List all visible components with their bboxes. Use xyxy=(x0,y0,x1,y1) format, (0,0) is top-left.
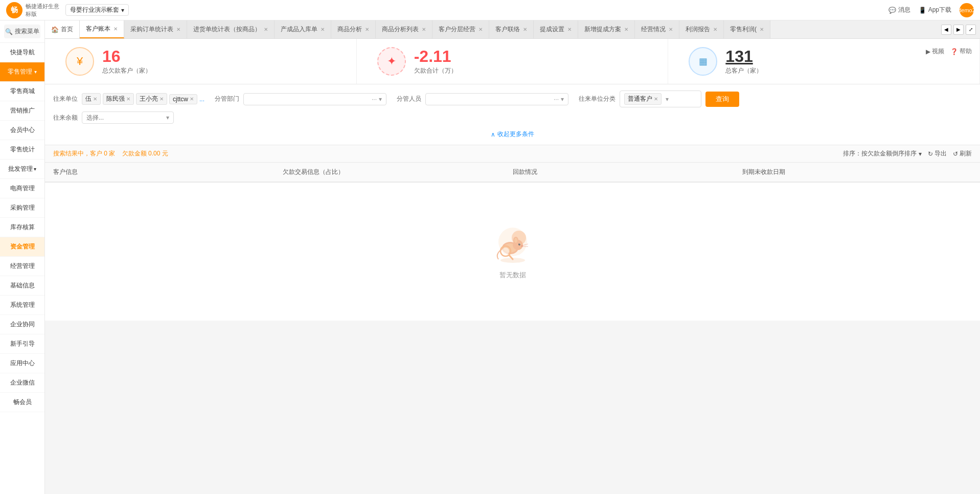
logo-area: 畅 畅捷通好生意 标版 xyxy=(6,2,59,18)
filter-area: 往来单位 伍 ✕ 陈民强 ✕ 王小亮 ✕ xyxy=(45,84,980,145)
tab-product-inbound[interactable]: 产成品入库单 ✕ xyxy=(275,20,331,38)
tag-chen-close[interactable]: ✕ xyxy=(126,96,130,102)
stat-label-customers: 总欠款客户（家） xyxy=(102,66,151,75)
tab-close-product-analysis[interactable]: ✕ xyxy=(365,27,369,32)
tab-close-product-analysis-list[interactable]: ✕ xyxy=(422,27,426,32)
tab-expand-button[interactable]: ⤢ xyxy=(966,25,976,35)
tab-next-button[interactable]: ▶ xyxy=(953,25,964,35)
svg-point-14 xyxy=(502,248,509,255)
company-type-label: 往来单位分类 xyxy=(579,95,616,103)
sidebar-item-finance[interactable]: 资金管理 xyxy=(0,237,44,257)
export-button[interactable]: ↻ 导出 xyxy=(928,149,947,158)
tab-close-inbound-stats[interactable]: ✕ xyxy=(264,27,268,32)
tab-new-promotion[interactable]: 新增提成方案 ✕ xyxy=(578,20,635,38)
dept-filter-label: 分管部门 xyxy=(215,95,239,103)
tab-purchase-stats[interactable]: 采购订单统计表 ✕ xyxy=(124,20,187,38)
tab-close-new-promotion[interactable]: ✕ xyxy=(624,27,628,32)
stat-number-debt: -2.11 xyxy=(414,48,457,64)
company-type-select[interactable]: 普通客户 ✕ ▾ xyxy=(620,91,701,107)
collapse-area: ∧ 收起更多条件 xyxy=(53,128,972,139)
tab-prev-button[interactable]: ◀ xyxy=(941,25,951,35)
tag-normal-customer-close[interactable]: ✕ xyxy=(654,96,658,102)
tab-customer-tier[interactable]: 客户分层经营 ✕ xyxy=(432,20,489,38)
tab-close-purchase-stats[interactable]: ✕ xyxy=(176,27,180,32)
search-menu-button[interactable]: 🔍 搜索菜单 xyxy=(4,25,40,38)
sidebar-item-vip[interactable]: 畅会员 xyxy=(0,393,44,412)
results-info: 搜索结果中，客户 0 家 欠款金额 0.00 元 xyxy=(53,149,168,158)
sidebar-item-quick-nav[interactable]: 快捷导航 xyxy=(0,43,44,62)
video-button[interactable]: ▶ 视频 xyxy=(926,47,944,56)
tab-close-customer-tier[interactable]: ✕ xyxy=(478,27,483,32)
sidebar-search-area: 🔍 搜索菜单 xyxy=(0,20,44,43)
tag-wu[interactable]: 伍 ✕ xyxy=(82,93,101,105)
tab-profit-report[interactable]: 利润报告 ✕ xyxy=(679,20,724,38)
tag-wu-close[interactable]: ✕ xyxy=(93,96,97,102)
avatar[interactable]: demo2 xyxy=(960,3,974,17)
tag-wang[interactable]: 王小亮 ✕ xyxy=(136,93,167,105)
tab-close-customer-book[interactable]: ✕ xyxy=(113,26,118,32)
help-button[interactable]: ❓ 帮助 xyxy=(950,47,972,56)
customer-count: 0 xyxy=(104,150,107,157)
collapse-button[interactable]: ∧ 收起更多条件 xyxy=(491,130,534,139)
sidebar-item-retail-store[interactable]: 零售商城 xyxy=(0,82,44,101)
dept-input[interactable] xyxy=(248,96,370,103)
chevron-up-icon: ∧ xyxy=(491,131,495,138)
svg-point-7 xyxy=(514,238,517,243)
col-payment: 回款情况 xyxy=(513,168,742,176)
message-button[interactable]: 💬 消息 xyxy=(888,6,910,14)
table-header: 客户信息 欠款交易信息（占比） 回款情况 到期未收款日期 xyxy=(45,163,980,183)
person-select[interactable]: ··· ▾ xyxy=(425,93,568,105)
sort-select[interactable]: 排序：按欠款金额倒序排序 ▾ xyxy=(843,149,922,158)
sidebar-item-guide[interactable]: 新手引导 xyxy=(0,334,44,354)
sidebar-item-basic-info[interactable]: 基础信息 xyxy=(0,276,44,296)
tag-cjttcw-close[interactable]: ✕ xyxy=(190,96,194,102)
sidebar-item-retail-stats[interactable]: 零售统计 xyxy=(0,140,44,160)
tag-chen[interactable]: 陈民强 ✕ xyxy=(103,93,134,105)
sidebar-item-ecommerce[interactable]: 电商管理 xyxy=(0,179,44,198)
tab-promotion-settings[interactable]: 提成设置 ✕ xyxy=(534,20,578,38)
sidebar-item-inventory[interactable]: 库存核算 xyxy=(0,218,44,237)
tab-customer-book[interactable]: 客户账本 ✕ xyxy=(80,20,124,38)
tab-customer-contact[interactable]: 客户联络 ✕ xyxy=(489,20,534,38)
more-tags-button[interactable]: ... xyxy=(199,96,204,103)
app-download-button[interactable]: 📱 App下载 xyxy=(919,6,951,14)
tag-normal-customer[interactable]: 普通客户 ✕ xyxy=(624,93,662,105)
balance-input[interactable] xyxy=(86,114,164,121)
sidebar-item-retail-mgmt[interactable]: 零售管理 ▾ xyxy=(0,62,44,82)
tab-close-product-inbound[interactable]: ✕ xyxy=(321,27,325,32)
sidebar-item-app-center[interactable]: 应用中心 xyxy=(0,354,44,373)
tab-close-promotion-settings[interactable]: ✕ xyxy=(567,27,572,32)
tab-close-operation-status[interactable]: ✕ xyxy=(669,27,673,32)
tab-close-profit-report[interactable]: ✕ xyxy=(713,27,717,32)
tab-home[interactable]: 🏠 首页 xyxy=(45,20,80,38)
dept-select[interactable]: ··· ▾ xyxy=(243,93,386,105)
help-icon: ❓ xyxy=(950,48,958,55)
chevron-down-icon: ▾ xyxy=(561,96,564,103)
tab-close-customer-contact[interactable]: ✕ xyxy=(523,27,527,32)
sidebar-item-operation[interactable]: 经营管理 xyxy=(0,257,44,276)
stat-content-customers: 16 总欠款客户（家） xyxy=(102,48,151,75)
sidebar-item-wechat[interactable]: 企业微信 xyxy=(0,373,44,393)
tag-cjttcw[interactable]: cjttcw ✕ xyxy=(169,94,197,104)
tab-operation-status[interactable]: 经营情况 ✕ xyxy=(635,20,679,38)
tab-close-retail-profit[interactable]: ✕ xyxy=(760,27,764,32)
more-icon: ··· xyxy=(372,96,377,103)
sidebar-item-wholesale[interactable]: 批发管理 ▾ xyxy=(0,160,44,179)
tab-product-analysis-list[interactable]: 商品分析列表 ✕ xyxy=(376,20,432,38)
tab-retail-profit[interactable]: 零售利润( ✕ xyxy=(724,20,770,38)
sidebar-item-marketing[interactable]: 营销推广 xyxy=(0,101,44,121)
query-button[interactable]: 查询 xyxy=(705,92,739,107)
home-icon: 🏠 xyxy=(51,26,59,33)
tab-product-analysis[interactable]: 商品分析 ✕ xyxy=(331,20,376,38)
sidebar-item-member[interactable]: 会员中心 xyxy=(0,121,44,140)
env-selector[interactable]: 母婴行业演示帐套 ▾ xyxy=(65,4,129,16)
refresh-button[interactable]: ↺ 刷新 xyxy=(953,149,972,158)
person-input[interactable] xyxy=(430,96,552,103)
sidebar-item-purchase[interactable]: 采购管理 xyxy=(0,198,44,218)
chevron-down-icon: ▾ xyxy=(666,96,669,103)
sidebar-item-enterprise[interactable]: 企业协同 xyxy=(0,315,44,334)
tag-wang-close[interactable]: ✕ xyxy=(159,96,164,102)
sidebar-item-system[interactable]: 系统管理 xyxy=(0,296,44,315)
balance-select[interactable]: ▾ xyxy=(82,111,174,124)
tab-inbound-stats[interactable]: 进货单统计表（按商品） ✕ xyxy=(187,20,275,38)
